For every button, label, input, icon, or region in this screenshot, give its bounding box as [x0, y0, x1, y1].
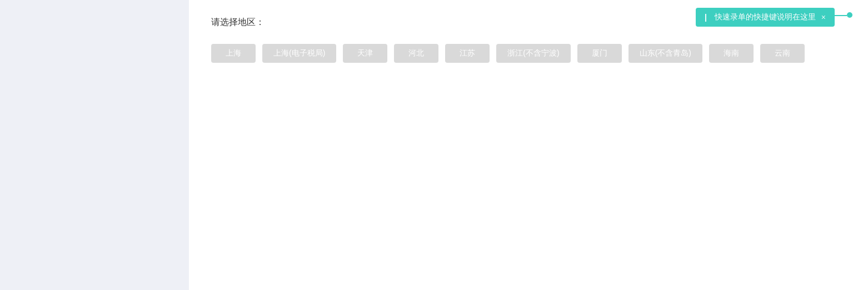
region-btn-hebei[interactable]: 河北 — [394, 44, 438, 63]
region-btn-shanghai[interactable]: 上海 — [211, 44, 256, 63]
region-btn-shandong[interactable]: 山东(不含青岛) — [628, 44, 702, 63]
tooltip-banner: 快速录单的快捷键说明在这里 × — [696, 8, 835, 27]
region-buttons: 上海上海(电子税局)天津河北江苏浙江(不含宁波)厦门山东(不含青岛)海南云南 — [211, 44, 846, 63]
tooltip-close-button[interactable]: × — [821, 13, 826, 22]
region-btn-jiangsu[interactable]: 江苏 — [445, 44, 490, 63]
region-btn-yunnan[interactable]: 云南 — [760, 44, 805, 63]
region-btn-zhejiang[interactable]: 浙江(不含宁波) — [496, 44, 570, 63]
region-btn-tianjin[interactable]: 天津 — [343, 44, 387, 63]
tooltip-line — [835, 15, 847, 16]
tooltip-dot — [847, 12, 852, 18]
region-btn-shanghai-etax[interactable]: 上海(电子税局) — [262, 44, 336, 63]
region-btn-hainan[interactable]: 海南 — [709, 44, 754, 63]
tooltip-text: 快速录单的快捷键说明在这里 — [715, 12, 816, 22]
left-sidebar — [0, 0, 189, 290]
main-content: 请选择地区： 上海上海(电子税局)天津河北江苏浙江(不含宁波)厦门山东(不含青岛… — [189, 0, 868, 290]
region-btn-xiamen[interactable]: 厦门 — [577, 44, 622, 63]
